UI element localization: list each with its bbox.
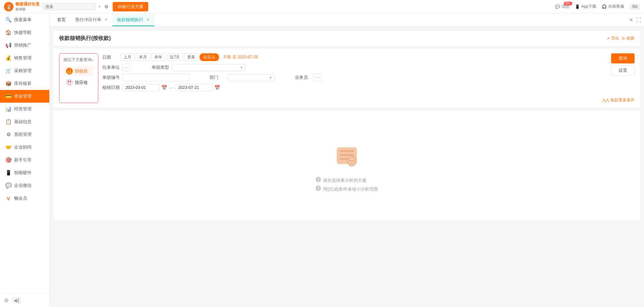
sidebar-item-basic-info[interactable]: 📋 基础信息 (0, 115, 49, 128)
page-header: 收款核销执行(按收款) ↗ 导出 ↻ 刷新 (54, 31, 640, 46)
message-btn[interactable]: 💬 消息 99+ (555, 4, 570, 9)
staff-field: 业务员 ··· (295, 74, 322, 81)
sidebar-item-label: 畅会员 (14, 195, 27, 201)
search-menu-icon: 🔍 (5, 17, 11, 23)
tab-home[interactable]: 首页 (52, 14, 70, 26)
filter-option-by-receipt[interactable]: 💰 按收款 (63, 66, 94, 76)
sidebar-gear-icon[interactable]: ⚙ (4, 297, 9, 304)
tabbar-close-icon[interactable]: ✕ (629, 17, 633, 23)
collapse-more-btn[interactable]: ⋀⋀ 收起更多条件 (602, 97, 635, 103)
content-area: 首页 预付冲应付单 ✕ 收款核销执行 ✕ ✕ ⛶ 收款核销执行(按收款) (50, 13, 644, 307)
svg-point-6 (353, 160, 354, 161)
collab-icon: 🤝 (5, 144, 11, 150)
doc-type-chevron-icon: ▾ (240, 65, 243, 70)
date-btn-this-year[interactable]: 本年 (151, 53, 165, 61)
sidebar-item-label: 资金管理 (14, 93, 32, 99)
empty-icon (330, 137, 364, 171)
sidebar-item-marketing[interactable]: 📢 营销推广 (0, 39, 49, 52)
svg-point-5 (350, 160, 351, 161)
tab-receipt-close-icon[interactable]: ✕ (147, 17, 150, 22)
sidebar-item-label: 经营管理 (14, 106, 32, 112)
filter-options-panel: 按以下方案查询 « 💰 按收款 ⏰ 按应收 (59, 53, 98, 103)
sidebar-item-sys[interactable]: ⚙ 系统管理 (0, 128, 49, 141)
sidebar-collapse-btn[interactable]: ◀‖ (11, 297, 21, 304)
search-chevron-icon[interactable]: ▾ (99, 5, 100, 8)
empty-tip-1: 1 请先选择要分析的方案 (316, 176, 378, 185)
export-icon: ↗ (606, 36, 610, 41)
query-btn[interactable]: 查询 (611, 53, 635, 63)
tab-receipt-label: 收款核销执行 (117, 17, 143, 23)
date-btn-7days[interactable]: 近7天 (167, 53, 183, 61)
filter-collapse-icon[interactable]: « (92, 58, 94, 62)
date-btn-more[interactable]: 更多 (184, 53, 198, 61)
tab-prepay-label: 预付冲应付单 (75, 17, 101, 23)
sidebar-item-search-menu[interactable]: 🔍 搜索菜单 (0, 13, 49, 26)
date-btn-last-month[interactable]: 上月 (120, 53, 135, 61)
staff-ellipsis-btn[interactable]: ··· (313, 74, 322, 81)
sidebar-item-label: 销售管理 (14, 55, 32, 61)
service-label: 在线客服 (608, 4, 624, 9)
tab-prepay-offset[interactable]: 预付冲应付单 ✕ (70, 14, 112, 26)
date-btn-custom[interactable]: 自定义 (200, 53, 219, 61)
sidebar-item-newcomer[interactable]: 🎯 新手引导 (0, 154, 49, 166)
verification-start-calendar-icon[interactable]: 📅 (161, 85, 167, 90)
sidebar-item-smart-hw[interactable]: 📱 智能硬件 (0, 166, 49, 179)
empty-tip-2: 2 用[过滤]条件来缩小分析范围 (316, 185, 378, 194)
by-receivable-label: 按应收 (75, 80, 88, 86)
doc-no-label: 单据编号 (102, 74, 120, 81)
export-btn[interactable]: ↗ 导出 (606, 36, 619, 41)
biz-icon: 📊 (5, 106, 11, 112)
app-download-btn[interactable]: 📱 App下载 (575, 4, 596, 9)
verification-end-calendar-icon[interactable]: 📅 (214, 85, 220, 90)
sidebar-item-purchase[interactable]: 🛒 采购管理 (0, 64, 49, 77)
sidebar-item-label: 营销推广 (14, 42, 32, 48)
dept-chevron-icon: ▾ (270, 75, 272, 80)
tab-receipt-offset[interactable]: 收款核销执行 ✕ (112, 14, 154, 26)
online-service-btn[interactable]: 🎧 在线客服 (602, 4, 624, 9)
doc-type-select[interactable]: ▾ (172, 64, 246, 71)
verification-end-input[interactable] (175, 84, 212, 91)
purchase-icon: 🛒 (5, 68, 11, 74)
sidebar-item-label: 基础信息 (14, 119, 32, 125)
refresh-btn[interactable]: ↻ 刷新 (622, 36, 635, 41)
sidebar-item-quick-nav[interactable]: 🏠 快捷导航 (0, 26, 49, 39)
app-label: App下载 (581, 4, 596, 9)
sidebar-item-inventory[interactable]: 📦 库存核算 (0, 77, 49, 90)
sidebar-item-biz[interactable]: 📊 经营管理 (0, 103, 49, 115)
sidebar-item-vip[interactable]: V 畅会员 (0, 192, 49, 205)
dept-label: 部门 (210, 74, 225, 81)
date-btn-this-month[interactable]: 本月 (136, 53, 150, 61)
user-info[interactable]: Rit (630, 4, 640, 10)
counterpart-field: 往来单位 ··· (102, 64, 131, 71)
quick-nav-icon: 🏠 (5, 30, 11, 36)
filter-panel: 按以下方案查询 « 💰 按收款 ⏰ 按应收 (54, 49, 640, 108)
doc-no-input[interactable] (122, 74, 190, 81)
doc-type-field: 单据类型 ▾ (152, 64, 246, 71)
counterpart-label: 往来单位 (102, 64, 120, 70)
sidebar-item-label: 企业微信 (14, 183, 32, 189)
sidebar-item-capital[interactable]: 💳 资金管理 (0, 90, 49, 103)
counterpart-ellipsis-btn[interactable]: ··· (122, 64, 131, 71)
sidebar-item-sales[interactable]: 💰 销售管理 (0, 52, 49, 64)
sidebar-item-collab[interactable]: 🤝 企业协同 (0, 141, 49, 154)
tab-prepay-close-icon[interactable]: ✕ (105, 17, 108, 22)
topbar-gear-icon[interactable]: ⚙ (104, 4, 109, 9)
industry-btn[interactable]: 休验行业方案 (113, 2, 148, 11)
tabbar-expand-icon[interactable]: ⛶ (636, 17, 641, 23)
svg-rect-1 (339, 150, 354, 152)
tab-home-label: 首页 (57, 17, 66, 23)
setting-btn[interactable]: 设置 (611, 65, 635, 75)
filter-option-by-receivable[interactable]: ⏰ 按应收 (63, 78, 94, 88)
by-receivable-icon: ⏰ (66, 79, 73, 86)
search-input[interactable] (42, 3, 96, 10)
sidebar: 🔍 搜索菜单 🏠 快捷导航 📢 营销推广 💰 销售管理 🛒 采购管理 📦 库存核… (0, 13, 50, 307)
sidebar-item-label: 采购管理 (14, 68, 32, 74)
sidebar-item-enterprise-wx[interactable]: 💬 企业微信 (0, 179, 49, 192)
collapse-icon: ⋀⋀ (602, 98, 609, 103)
verification-start-input[interactable] (122, 84, 159, 91)
dept-select[interactable]: ▾ (228, 74, 275, 81)
sidebar-item-label: 系统管理 (14, 132, 32, 138)
logo-icon: 🐰 (4, 2, 13, 11)
message-icon: 💬 (555, 4, 560, 9)
app-icon: 📱 (575, 4, 580, 9)
